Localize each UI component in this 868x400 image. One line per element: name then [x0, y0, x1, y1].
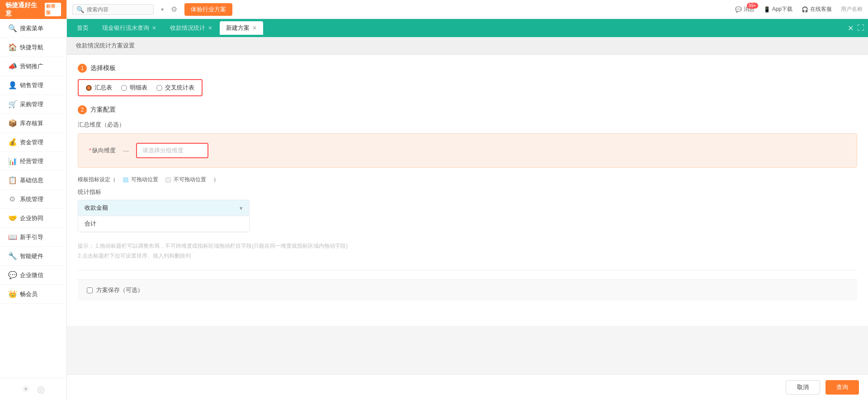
collab-icon: 🤝 — [8, 214, 16, 222]
sidebar-item-wechat[interactable]: 💬 企业微信 — [0, 266, 66, 285]
cancel-button[interactable]: 取消 — [786, 380, 820, 395]
step1-title: 选择模板 — [90, 64, 116, 72]
download-icon: 📱 — [764, 6, 770, 13]
sidebar-item-system[interactable]: ⚙ 系统管理 — [0, 190, 66, 209]
member-icon: 👑 — [8, 290, 16, 298]
required-mark: * — [89, 147, 91, 154]
sidebar-label-finance: 资金管理 — [20, 138, 43, 146]
sidebar-item-quicknav[interactable]: 🏠 快捷导航 — [0, 38, 66, 57]
template-option-cross[interactable]: 交叉统计表 — [156, 84, 194, 92]
topbar-right: 💬 消息 99+ 📱 App下载 🎧 在线客服 用户名称 — [735, 5, 863, 13]
content-area: 收款情况统计方案设置 1 选择模板 汇总表 明细表 — [67, 37, 868, 374]
sidebar-item-search[interactable]: 🔍 搜索菜单 — [0, 19, 66, 38]
sidebar: 畅捷通好生意 标准版 🔍 搜索菜单 🏠 快捷导航 📣 营销推广 👤 销售管理 🛒… — [0, 0, 67, 400]
tips-section: 提示： 1.拖动标题栏可以调整布局，不可跨维度或指标区域拖动栏目字段(只能在同一… — [78, 241, 857, 261]
management-icon: 📊 — [8, 157, 16, 165]
settings-gear-icon[interactable]: ⚙ — [171, 5, 177, 14]
basic-icon: 📋 — [8, 176, 16, 184]
sidebar-label-collab: 企业协同 — [20, 214, 43, 222]
sidebar-item-basic[interactable]: 📋 基础信息 — [0, 171, 66, 190]
search-input[interactable] — [87, 6, 141, 13]
nav-tabs-actions: ✕ ⛶ — [848, 24, 864, 33]
username-display: 用户名称 — [841, 5, 863, 13]
tab-expand-icon[interactable]: ⛶ — [857, 24, 864, 33]
dimension-config: 汇总维度（必选） *纵向维度 — 请选择分组维度 — [78, 121, 857, 232]
step2-number: 2 — [78, 105, 87, 114]
industry-solution-button[interactable]: 体验行业方案 — [184, 3, 232, 16]
service-icon: 🎧 — [802, 6, 808, 13]
tab-close-new-plan[interactable]: ✕ — [252, 25, 257, 31]
wechat-icon: 💬 — [8, 271, 16, 279]
nav-tabs-bar: 首页 现金银行流水查询 ✕ 收款情况统计 ✕ 新建方案 ✕ ✕ ⛶ — [67, 19, 868, 37]
draggable-indicator — [123, 177, 128, 183]
edition-badge: 标准版 — [45, 3, 61, 16]
topbar-search-box[interactable]: 🔍 — [72, 4, 154, 15]
radio-cross[interactable] — [156, 85, 162, 91]
tab-home[interactable]: 首页 — [71, 21, 95, 35]
sidebar-bottom: ☀ ◎ — [0, 378, 66, 400]
metrics-col-dropdown-icon[interactable]: ▾ — [240, 205, 243, 212]
sidebar-bottom-icon1[interactable]: ☀ — [22, 384, 30, 395]
sidebar-item-member[interactable]: 👑 畅会员 — [0, 285, 66, 304]
main-area: 🔍 ▾ ⚙ 体验行业方案 💬 消息 99+ 📱 App下载 🎧 在线客服 用户名… — [67, 0, 868, 400]
draggable-label: 可拖动位置 — [131, 176, 158, 184]
sidebar-label-guide: 新手引导 — [20, 233, 43, 241]
query-button[interactable]: 查询 — [826, 380, 859, 395]
radio-detail[interactable] — [121, 85, 127, 91]
app-download-button[interactable]: 📱 App下载 — [764, 5, 793, 13]
page-title: 收款情况统计方案设置 — [76, 42, 135, 49]
metrics-setting-label: 模板指标设定（ — [78, 176, 116, 184]
sidebar-item-collab[interactable]: 🤝 企业协同 — [0, 209, 66, 228]
search-icon: 🔍 — [8, 24, 16, 33]
sidebar-item-marketing[interactable]: 📣 营销推广 — [0, 57, 66, 76]
sidebar-label-search: 搜索菜单 — [20, 24, 43, 33]
notification-badge: 99+ — [747, 3, 758, 9]
dimension-selector-dropdown[interactable]: 请选择分组维度 — [136, 143, 208, 158]
metrics-row-total-label: 合计 — [85, 220, 96, 227]
step2-title: 方案配置 — [90, 106, 116, 114]
sidebar-item-hardware[interactable]: 🔧 智能硬件 — [0, 247, 66, 266]
sidebar-bottom-icon2[interactable]: ◎ — [37, 384, 45, 395]
radio-summary-label: 汇总表 — [94, 84, 112, 92]
save-plan-label: 方案保存（可选） — [96, 286, 143, 294]
marketing-icon: 📣 — [8, 62, 16, 71]
form-container: 1 选择模板 汇总表 明细表 交叉统计表 — [67, 55, 868, 326]
template-option-summary[interactable]: 汇总表 — [86, 84, 112, 92]
tab-receipt-stats[interactable]: 收款情况统计 ✕ — [164, 21, 219, 35]
sidebar-label-system: 系统管理 — [20, 195, 43, 203]
sidebar-item-finance[interactable]: 💰 资金管理 — [0, 133, 66, 152]
dimension-area: *纵向维度 — 请选择分组维度 — [78, 133, 857, 168]
section-divider — [78, 270, 857, 270]
finance-icon: 💰 — [8, 138, 16, 146]
non-draggable-indicator — [165, 177, 171, 183]
sidebar-item-inventory[interactable]: 📦 库存核算 — [0, 114, 66, 133]
sidebar-item-purchase[interactable]: 🛒 采购管理 — [0, 95, 66, 114]
dimension-row: *纵向维度 — 请选择分组维度 — [89, 143, 846, 158]
tab-close-cash-flow[interactable]: ✕ — [152, 25, 156, 31]
sidebar-item-management[interactable]: 📊 经营管理 — [0, 152, 66, 171]
footer-bar: 取消 查询 — [67, 374, 868, 400]
logo-text: 畅捷通好生意 — [5, 1, 43, 18]
non-draggable-toggle-item: 不可拖动位置 — [165, 176, 206, 184]
online-service-button[interactable]: 🎧 在线客服 — [802, 5, 832, 13]
tab-close-all-icon[interactable]: ✕ — [848, 24, 854, 33]
tab-cash-flow[interactable]: 现金银行流水查询 ✕ — [96, 21, 163, 35]
radio-summary[interactable] — [86, 85, 92, 91]
template-option-detail[interactable]: 明细表 — [121, 84, 147, 92]
save-plan-checkbox[interactable] — [87, 287, 93, 293]
dimension-arrow-icon: — — [123, 147, 129, 154]
sidebar-item-guide[interactable]: 📖 新手引导 — [0, 228, 66, 247]
notification-button[interactable]: 💬 消息 99+ — [735, 5, 755, 13]
page-title-bar: 收款情况统计方案设置 — [67, 37, 868, 55]
sidebar-label-marketing: 营销推广 — [20, 62, 43, 71]
sidebar-item-sales[interactable]: 👤 销售管理 — [0, 76, 66, 95]
metrics-toggle-bar: 模板指标设定（ 可拖动位置 不可拖动位置 ） — [78, 176, 857, 184]
search-icon-topbar: 🔍 — [76, 6, 84, 13]
tab-close-receipt[interactable]: ✕ — [208, 25, 212, 31]
dropdown-arrow-icon[interactable]: ▾ — [161, 6, 164, 13]
tab-cash-flow-label: 现金银行流水查询 — [102, 24, 149, 32]
tip-line-1: 提示： 1.拖动标题栏可以调整布局，不可跨维度或指标区域拖动栏目字段(只能在同一… — [78, 241, 857, 251]
tab-new-plan-label: 新建方案 — [226, 24, 250, 32]
radio-cross-label: 交叉统计表 — [165, 84, 194, 92]
tab-new-plan[interactable]: 新建方案 ✕ — [220, 21, 263, 35]
